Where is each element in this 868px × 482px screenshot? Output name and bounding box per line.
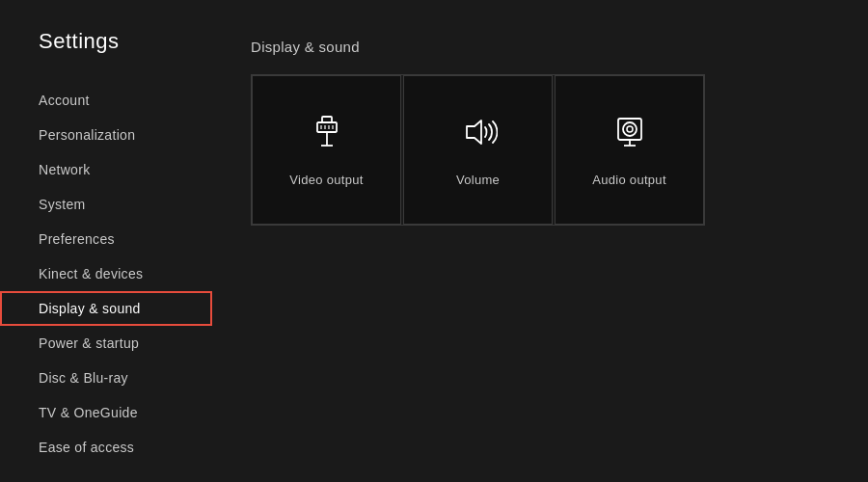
audio-output-icon	[610, 113, 649, 157]
sidebar-item-label: TV & OneGuide	[39, 405, 138, 420]
video-output-card[interactable]: Video output	[252, 75, 401, 225]
audio-output-label: Audio output	[592, 173, 666, 187]
sidebar-item-system[interactable]: System	[0, 187, 212, 222]
svg-point-11	[627, 126, 633, 132]
sidebar-item-label: Preferences	[39, 231, 115, 247]
sidebar: Settings Account Personalization Network…	[0, 0, 212, 482]
sidebar-item-kinect-devices[interactable]: Kinect & devices	[0, 256, 212, 291]
sidebar-item-network[interactable]: Network	[0, 152, 212, 187]
video-output-label: Video output	[289, 173, 363, 187]
sidebar-item-preferences[interactable]: Preferences	[0, 222, 212, 256]
volume-label: Volume	[456, 173, 500, 187]
sidebar-item-label: Kinect & devices	[39, 266, 143, 281]
sidebar-item-label: Disc & Blu-ray	[39, 370, 128, 386]
volume-icon	[459, 113, 498, 157]
sidebar-item-label: Account	[39, 93, 90, 108]
sidebar-nav: Account Personalization Network System P…	[0, 83, 212, 465]
svg-marker-8	[467, 120, 481, 144]
sidebar-item-power-startup[interactable]: Power & startup	[0, 326, 212, 361]
sidebar-item-display-sound[interactable]: Display & sound	[0, 291, 212, 326]
video-output-icon	[308, 113, 346, 157]
sidebar-item-label: Power & startup	[39, 335, 139, 351]
sidebar-item-ease-access[interactable]: Ease of access	[0, 430, 212, 465]
sidebar-item-account[interactable]: Account	[0, 83, 212, 118]
sidebar-item-label: Display & sound	[39, 301, 141, 316]
sidebar-item-label: Ease of access	[39, 440, 134, 455]
audio-output-card[interactable]: Audio output	[555, 75, 704, 225]
sidebar-item-label: Personalization	[39, 127, 135, 143]
volume-card[interactable]: Volume	[403, 75, 553, 225]
svg-point-10	[623, 122, 637, 136]
sidebar-item-label: System	[39, 197, 85, 212]
sidebar-item-tv-oneguide[interactable]: TV & OneGuide	[0, 395, 212, 430]
sidebar-item-personalization[interactable]: Personalization	[0, 118, 212, 152]
svg-rect-0	[322, 117, 332, 122]
svg-rect-1	[317, 122, 337, 132]
main-content: Display & sound Video output	[212, 0, 868, 482]
app-title: Settings	[0, 29, 212, 83]
sidebar-item-label: Network	[39, 162, 90, 177]
section-title: Display & sound	[251, 39, 829, 55]
cards-grid: Video output Volume	[251, 74, 705, 226]
sidebar-item-disc-bluray[interactable]: Disc & Blu-ray	[0, 361, 212, 395]
